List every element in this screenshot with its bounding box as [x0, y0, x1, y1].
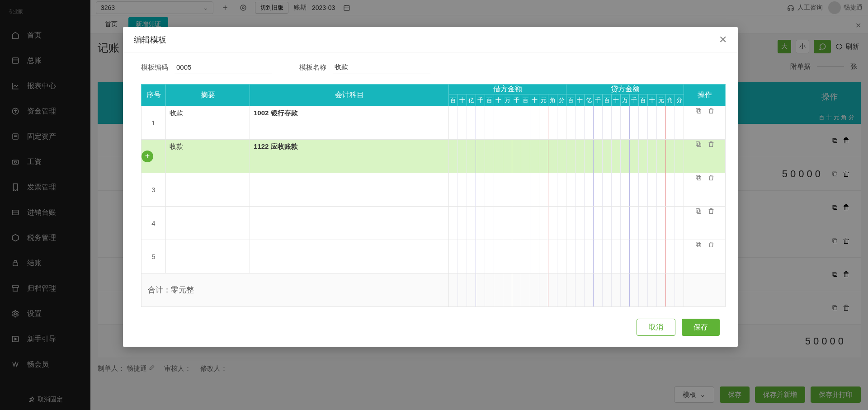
row-ops: [684, 106, 726, 140]
row-account[interactable]: [250, 207, 449, 240]
unit-header: 元: [657, 94, 666, 106]
unit-header: 千: [512, 94, 521, 106]
svg-rect-19: [697, 210, 701, 213]
row-account[interactable]: 1002 银行存款: [250, 106, 449, 140]
svg-rect-16: [696, 142, 699, 146]
svg-rect-18: [696, 175, 699, 179]
row-summary[interactable]: [166, 173, 250, 207]
svg-rect-13: [697, 109, 701, 113]
row-debit[interactable]: [449, 240, 566, 273]
svg-rect-20: [696, 209, 699, 212]
delete-row-button[interactable]: [707, 207, 716, 216]
unit-header: 亿: [585, 94, 594, 106]
col-account: 会计科目: [250, 85, 449, 106]
total-label: 合计：零元整: [142, 273, 448, 306]
row-ops: [684, 240, 726, 273]
unit-header: 十: [530, 94, 539, 106]
template-code-input[interactable]: [175, 61, 272, 74]
row-seq: 1: [142, 106, 166, 140]
row-credit[interactable]: [566, 106, 684, 140]
row-credit[interactable]: [566, 240, 684, 273]
row-ops: [684, 207, 726, 240]
unit-header: 百: [449, 94, 458, 106]
table-row[interactable]: +收款1122 应收账款: [142, 140, 726, 173]
copy-row-button[interactable]: [694, 240, 703, 249]
copy-row-button[interactable]: [694, 140, 703, 149]
table-row[interactable]: 4: [142, 207, 726, 240]
unit-header: 亿: [467, 94, 476, 106]
row-ops: [684, 140, 726, 173]
row-summary[interactable]: [166, 240, 250, 273]
row-summary[interactable]: 收款: [166, 140, 250, 173]
unit-header: 角: [666, 94, 675, 106]
total-row: 合计：零元整: [142, 273, 726, 307]
modal-save-button[interactable]: 保存: [682, 319, 720, 336]
unit-header: 分: [557, 94, 566, 106]
row-summary[interactable]: [166, 207, 250, 240]
unit-header: 百: [603, 94, 612, 106]
delete-row-button[interactable]: [707, 173, 716, 182]
template-code-label: 模板编码: [141, 63, 168, 72]
modal-cancel-button[interactable]: 取消: [637, 319, 675, 336]
modal-close-button[interactable]: ✕: [719, 34, 727, 46]
template-name-input[interactable]: [333, 61, 430, 74]
unit-header: 十: [576, 94, 585, 106]
row-seq: 4: [142, 207, 166, 240]
row-credit[interactable]: [566, 140, 684, 173]
row-debit[interactable]: [449, 207, 566, 240]
row-debit[interactable]: [449, 140, 566, 173]
svg-rect-21: [697, 243, 701, 247]
unit-header: 角: [548, 94, 557, 106]
unit-header: 千: [476, 94, 485, 106]
row-credit[interactable]: [566, 207, 684, 240]
add-row-button[interactable]: +: [142, 151, 153, 162]
svg-rect-17: [697, 176, 701, 180]
copy-row-button[interactable]: [694, 106, 703, 115]
table-row[interactable]: 1收款1002 银行存款: [142, 106, 726, 140]
unit-header: 万: [621, 94, 630, 106]
unit-header: 百: [485, 94, 494, 106]
svg-rect-15: [697, 143, 701, 146]
row-debit[interactable]: [449, 173, 566, 207]
row-account[interactable]: 1122 应收账款: [250, 140, 449, 173]
unit-header: 千: [594, 94, 603, 106]
row-seq: 5: [142, 240, 166, 273]
copy-row-button[interactable]: [694, 173, 703, 182]
unit-header: 万: [503, 94, 512, 106]
col-credit: 贷方金额: [566, 85, 684, 94]
unit-header: 百: [521, 94, 530, 106]
unit-header: 十: [612, 94, 621, 106]
delete-row-button[interactable]: [707, 240, 716, 249]
template-table: 序号 摘要 会计科目 借方金额 贷方金额 操作 百十亿千百十万千百十元角分百十亿…: [141, 84, 726, 307]
col-seq: 序号: [142, 85, 166, 106]
svg-rect-14: [696, 108, 699, 112]
row-account[interactable]: [250, 240, 449, 273]
col-debit: 借方金额: [449, 85, 566, 94]
row-debit[interactable]: [449, 106, 566, 140]
table-row[interactable]: 3: [142, 173, 726, 207]
row-credit[interactable]: [566, 173, 684, 207]
row-seq: 3: [142, 173, 166, 207]
delete-row-button[interactable]: [707, 106, 716, 115]
row-summary[interactable]: 收款: [166, 106, 250, 140]
template-name-label: 模板名称: [299, 63, 326, 72]
row-ops: [684, 173, 726, 207]
col-ops: 操作: [684, 85, 726, 106]
unit-header: 元: [539, 94, 548, 106]
unit-header: 十: [648, 94, 657, 106]
copy-row-button[interactable]: [694, 207, 703, 216]
delete-row-button[interactable]: [707, 140, 716, 149]
col-summary: 摘要: [166, 85, 250, 106]
unit-header: 十: [494, 94, 503, 106]
svg-rect-22: [696, 242, 699, 246]
unit-header: 十: [458, 94, 467, 106]
edit-template-modal: 编辑模板 ✕ 模板编码 模板名称 序号 摘要: [123, 27, 738, 347]
row-account[interactable]: [250, 173, 449, 207]
unit-header: 百: [639, 94, 648, 106]
modal-title: 编辑模板: [134, 34, 166, 45]
unit-header: 百: [566, 94, 576, 106]
unit-header: 千: [630, 94, 639, 106]
row-seq: +: [142, 140, 166, 173]
unit-header: 分: [675, 94, 684, 106]
table-row[interactable]: 5: [142, 240, 726, 273]
